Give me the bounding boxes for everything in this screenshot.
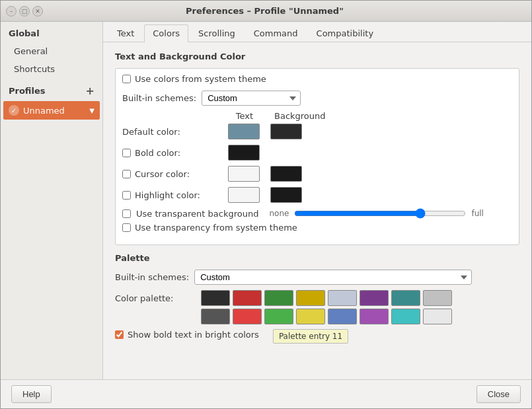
close-window-button[interactable]: ✕ bbox=[32, 6, 43, 17]
palette-swatch-3[interactable] bbox=[296, 290, 325, 306]
profile-name: Unnamed bbox=[23, 106, 65, 116]
highlight-color-row: Highlight color: bbox=[122, 187, 512, 203]
palette-section-title: Palette bbox=[115, 253, 519, 263]
tab-compatibility[interactable]: Compatibility bbox=[308, 24, 383, 42]
bold-color-checkbox[interactable] bbox=[122, 149, 131, 157]
text-col-header: Text bbox=[228, 111, 261, 121]
palette-schemes-select[interactable]: Custom bbox=[194, 270, 472, 285]
transparency-none-label: none bbox=[269, 209, 289, 218]
builtin-schemes-label: Built-in schemes: bbox=[122, 93, 196, 103]
close-button[interactable]: Close bbox=[476, 385, 521, 403]
add-profile-button[interactable]: + bbox=[86, 85, 95, 97]
cursor-color-row: Cursor color: bbox=[122, 166, 512, 182]
palette-swatch-7[interactable] bbox=[423, 290, 452, 306]
builtin-schemes-select[interactable]: Custom bbox=[202, 91, 301, 106]
palette-swatch-10[interactable] bbox=[264, 309, 293, 324]
palette-swatch-5[interactable] bbox=[360, 290, 389, 306]
titlebar: – □ ✕ Preferences – Profile "Unnamed" bbox=[1, 1, 531, 22]
highlight-bg-color-swatch[interactable] bbox=[270, 187, 302, 203]
highlight-color-label: Highlight color: bbox=[122, 190, 228, 200]
cursor-bg-color-swatch[interactable] bbox=[270, 166, 302, 182]
palette-swatch-13[interactable] bbox=[360, 309, 389, 324]
text-bg-framed: Use colors from system theme Built-in sc… bbox=[115, 68, 519, 245]
transparency-full-label: full bbox=[471, 209, 484, 218]
palette-row1: Color palette: bbox=[115, 290, 519, 306]
tab-scrolling[interactable]: Scrolling bbox=[190, 24, 244, 42]
default-bg-color-swatch[interactable] bbox=[270, 124, 302, 139]
sidebar-profile-unnamed[interactable]: ✓ Unnamed ▼ bbox=[3, 101, 100, 120]
profile-chevron-icon: ▼ bbox=[89, 107, 95, 114]
palette-schemes-row: Built-in schemes: Custom bbox=[115, 270, 519, 285]
system-theme-label: Use colors from system theme bbox=[135, 74, 266, 84]
cursor-color-checkbox[interactable] bbox=[122, 170, 131, 178]
right-panel: Text Colors Scrolling Command Compatibil… bbox=[103, 22, 531, 379]
footer: Help Close bbox=[1, 379, 531, 408]
palette-swatch-6[interactable] bbox=[391, 290, 420, 306]
profile-check-icon: ✓ bbox=[9, 105, 19, 116]
palette-swatch-0[interactable] bbox=[201, 290, 230, 306]
palette-swatch-9[interactable] bbox=[233, 309, 262, 324]
palette-swatch-14[interactable] bbox=[391, 309, 420, 324]
transparent-bg-label: Use transparent background bbox=[136, 209, 258, 219]
window-controls: – □ ✕ bbox=[6, 6, 43, 17]
palette-swatch-1[interactable] bbox=[233, 290, 262, 306]
sidebar-section-profiles: Profiles + bbox=[1, 78, 102, 100]
builtin-schemes-row: Built-in schemes: Custom bbox=[122, 91, 512, 106]
palette-swatches-row1 bbox=[201, 290, 452, 306]
default-color-row: Default color: bbox=[122, 124, 512, 139]
show-bold-checkbox[interactable] bbox=[115, 330, 124, 339]
system-transparency-label: Use transparency from system theme bbox=[135, 223, 297, 233]
system-transparency-checkbox[interactable] bbox=[122, 223, 131, 232]
system-theme-checkbox[interactable] bbox=[122, 75, 131, 83]
system-theme-row: Use colors from system theme bbox=[122, 74, 512, 84]
sidebar-section-global: Global bbox=[1, 22, 102, 42]
tabs-bar: Text Colors Scrolling Command Compatibil… bbox=[103, 22, 531, 42]
transparency-slider[interactable] bbox=[294, 208, 466, 219]
palette-swatch-12[interactable] bbox=[328, 309, 357, 324]
sidebar: Global General Shortcuts Profiles + ✓ Un… bbox=[1, 22, 103, 379]
sidebar-item-general[interactable]: General bbox=[1, 42, 102, 60]
palette-row2: Palette entry 11 bbox=[115, 309, 519, 324]
bold-color-label: Bold color: bbox=[122, 148, 228, 158]
help-button[interactable]: Help bbox=[11, 385, 52, 403]
cursor-text-color-swatch[interactable] bbox=[228, 166, 260, 182]
palette-schemes-label: Built-in schemes: bbox=[115, 272, 189, 282]
transparent-bg-checkbox[interactable] bbox=[122, 209, 131, 218]
color-headers: Text Background bbox=[122, 111, 512, 121]
highlight-text-color-swatch[interactable] bbox=[228, 187, 260, 203]
bold-text-color-swatch[interactable] bbox=[228, 145, 260, 161]
highlight-color-checkbox[interactable] bbox=[122, 191, 131, 200]
palette-swatch-4[interactable] bbox=[328, 290, 357, 306]
transparent-bg-row: Use transparent background none full bbox=[122, 208, 512, 219]
profile-name-container: ✓ Unnamed bbox=[9, 105, 65, 116]
show-bold-label: Show bold text in bright colors bbox=[128, 330, 259, 340]
main-content: Global General Shortcuts Profiles + ✓ Un… bbox=[1, 22, 531, 379]
main-window: – □ ✕ Preferences – Profile "Unnamed" Gl… bbox=[0, 0, 532, 409]
tab-command[interactable]: Command bbox=[245, 24, 307, 42]
default-color-label: Default color: bbox=[122, 127, 228, 137]
cursor-color-label: Cursor color: bbox=[122, 169, 228, 179]
bg-col-header: Background bbox=[274, 111, 307, 121]
bold-color-row: Bold color: bbox=[122, 145, 512, 161]
minimize-button[interactable]: – bbox=[6, 6, 17, 17]
palette-swatch-2[interactable] bbox=[264, 290, 293, 306]
sidebar-item-shortcuts[interactable]: Shortcuts bbox=[1, 60, 102, 78]
tab-colors[interactable]: Colors bbox=[144, 24, 188, 42]
show-bold-row: Show bold text in bright colors bbox=[115, 330, 519, 340]
profiles-label: Profiles bbox=[9, 86, 46, 96]
default-text-color-swatch[interactable] bbox=[228, 124, 260, 139]
palette-swatch-15[interactable] bbox=[423, 309, 452, 324]
system-transparency-row: Use transparency from system theme bbox=[122, 223, 512, 233]
palette-swatch-8[interactable] bbox=[201, 309, 230, 324]
text-bg-section-title: Text and Background Color bbox=[115, 52, 519, 61]
maximize-button[interactable]: □ bbox=[19, 6, 30, 17]
window-title: Preferences – Profile "Unnamed" bbox=[43, 6, 486, 16]
palette-swatch-11[interactable]: Palette entry 11 bbox=[296, 309, 325, 324]
palette-label: Color palette: bbox=[115, 293, 201, 303]
palette-swatches-row2: Palette entry 11 bbox=[201, 309, 452, 324]
tab-text[interactable]: Text bbox=[108, 24, 143, 42]
panel-content: Text and Background Color Use colors fro… bbox=[103, 42, 531, 379]
